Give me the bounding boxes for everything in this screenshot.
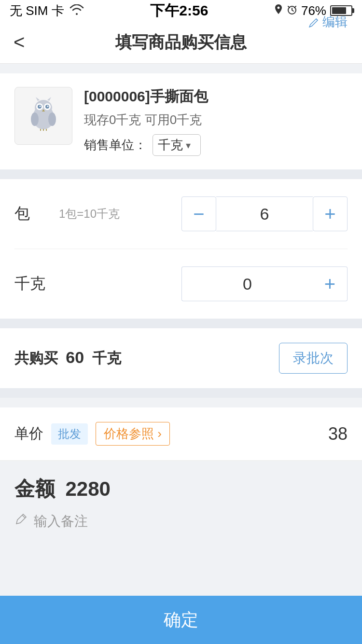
package-plus-button[interactable]: + xyxy=(313,196,348,231)
sim-label: 无 SIM 卡 xyxy=(10,2,64,19)
kilogram-row: 千克 0 + xyxy=(14,249,348,319)
amount-value: 2280 xyxy=(65,477,110,500)
note-row[interactable]: 输入备注 xyxy=(14,512,348,531)
edit-label: 编辑 xyxy=(322,14,348,30)
unit-select[interactable]: 千克 ▾ xyxy=(153,134,201,156)
price-label: 单价 xyxy=(14,424,43,444)
total-amount: 60 xyxy=(66,348,84,366)
amount-row: 金额 2280 xyxy=(14,476,348,503)
price-value: 38 xyxy=(328,424,348,444)
product-image xyxy=(14,87,72,145)
alarm-icon xyxy=(287,3,297,18)
kilogram-controls: 0 + xyxy=(181,266,348,301)
svg-point-8 xyxy=(47,106,49,107)
status-time: 下午2:56 xyxy=(150,1,208,21)
unit-label: 销售单位： xyxy=(84,137,147,154)
section-divider-2 xyxy=(0,319,362,328)
kilogram-value[interactable]: 0 xyxy=(181,266,313,301)
price-ref-button[interactable]: 价格参照 › xyxy=(96,422,170,446)
wifi-icon xyxy=(69,3,84,18)
package-row: 包 1包=10千克 − 6 + xyxy=(14,179,348,249)
total-text: 共购买 60 千克 xyxy=(14,348,121,368)
back-button[interactable]: < xyxy=(14,31,25,53)
dropdown-arrow-icon: ▾ xyxy=(186,140,191,151)
product-name: [0000006]手撕面包 xyxy=(84,87,348,107)
product-card: [0000006]手撕面包 现存0千克 可用0千克 销售单位： 千克 ▾ 编辑 xyxy=(0,73,362,169)
svg-marker-13 xyxy=(47,97,51,101)
location-icon xyxy=(274,3,283,18)
note-label: 输入备注 xyxy=(34,512,88,531)
page-title: 填写商品购买信息 xyxy=(115,31,247,54)
status-left: 无 SIM 卡 xyxy=(10,2,84,19)
svg-point-7 xyxy=(40,106,41,107)
package-minus-button[interactable]: − xyxy=(181,196,216,231)
price-section: 单价 批发 价格参照 › 38 xyxy=(0,407,362,460)
package-controls: − 6 + xyxy=(181,196,348,231)
product-stock: 现存0千克 可用0千克 xyxy=(84,112,348,128)
kilogram-label: 千克 xyxy=(14,273,53,294)
product-info: [0000006]手撕面包 现存0千克 可用0千克 销售单位： 千克 ▾ xyxy=(84,87,348,156)
edit-button[interactable]: 编辑 xyxy=(309,14,348,30)
status-bar: 无 SIM 卡 下午2:56 76% xyxy=(0,0,362,21)
product-thumbnail xyxy=(24,97,63,135)
svg-marker-12 xyxy=(36,97,40,101)
confirm-button[interactable]: 确定 xyxy=(0,596,362,644)
svg-point-11 xyxy=(48,112,56,126)
package-label: 包 xyxy=(14,203,53,224)
unit-value: 千克 xyxy=(158,137,183,154)
package-value[interactable]: 6 xyxy=(216,196,313,231)
nav-bar: < 填写商品购买信息 xyxy=(0,21,362,64)
product-unit-row: 销售单位： 千克 ▾ xyxy=(84,134,348,156)
input-section: 包 1包=10千克 − 6 + 千克 0 + xyxy=(0,179,362,319)
total-unit: 千克 xyxy=(92,350,121,366)
amount-label: 金额 xyxy=(14,477,55,500)
amount-section: 金额 2280 输入备注 xyxy=(0,461,362,545)
svg-point-10 xyxy=(31,112,39,126)
batch-button[interactable]: 录批次 xyxy=(279,343,348,374)
section-divider-3 xyxy=(0,388,362,398)
kilogram-plus-button[interactable]: + xyxy=(313,266,348,301)
section-divider-1 xyxy=(0,169,362,179)
pencil-icon xyxy=(14,513,28,530)
price-type-tag: 批发 xyxy=(51,423,88,445)
total-prefix: 共购买 xyxy=(14,350,58,366)
package-sublabel: 1包=10千克 xyxy=(59,206,120,222)
total-section: 共购买 60 千克 录批次 xyxy=(0,328,362,388)
